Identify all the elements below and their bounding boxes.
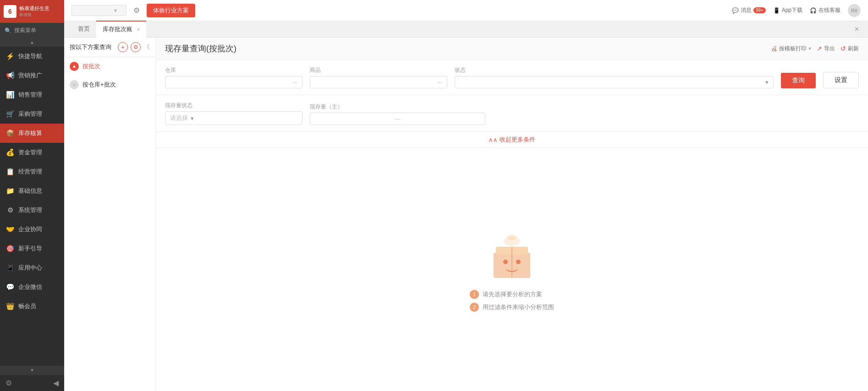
filter-collapse-button[interactable]: 《 [143,43,150,51]
filter-settings-icon: ⚙ [133,44,138,50]
tab-close-icon[interactable]: × [137,27,140,32]
sidebar-bottom: ⚙ ◀ [0,375,64,391]
export-icon: ↗ [817,45,822,52]
collapse-more-button[interactable]: ∧∧ 收起更多条件 [156,132,868,148]
warehouse-input[interactable]: ··· [165,76,302,88]
tab-bar-close-icon[interactable]: × [853,23,861,35]
filter-settings-button[interactable]: ⚙ [131,42,141,52]
sidebar-scroll-up[interactable]: ▲ [0,38,64,47]
filter-item-by-batch[interactable]: ● 按批次 [64,57,155,76]
sidebar-title: 畅康通好生意 [19,5,49,11]
sidebar-item-label: 系统管理 [18,206,42,214]
stock-qty-label: 现存量（主） [310,103,485,111]
current-tab-label: 库存批次账 [103,25,132,33]
status-select[interactable]: ▾ [455,76,774,88]
hint-text-2: 用过滤条件来缩小分析范围 [483,303,554,311]
filter-row-2: 现存量状态 请选择 ▾ 现存量（主） — [156,95,868,132]
page-title: 现存量查询(按批次) [165,43,236,54]
stock-qty-to-input[interactable] [403,115,480,122]
experience-button[interactable]: 体验行业方案 [147,4,195,17]
hint-num-2: 2 [470,303,479,312]
product-field-group: 商品 ··· [310,66,447,88]
filter-item-by-warehouse-batch[interactable]: ○ 按仓库+批次 [64,76,155,94]
sidebar-item-label: 畅会员 [18,302,36,310]
empty-state: 1 请先选择要分析的方案 2 用过滤条件来缩小分析范围 [156,148,868,391]
sidebar-item-member[interactable]: 👑 畅会员 [0,297,64,316]
sidebar-item-label: 销售管理 [18,91,42,99]
sidebar-item-system[interactable]: ⚙ 系统管理 [0,201,64,220]
hint-text-1: 请先选择要分析的方案 [483,290,542,299]
product-input[interactable]: ··· [310,76,447,88]
chevron-down-icon: ▾ [114,7,117,14]
search-icon: 🔍 [5,27,11,34]
svg-point-4 [516,260,521,264]
appstore-icon: 📱 [5,264,15,272]
customer-service-button[interactable]: 🎧 在线客服 [810,6,841,14]
query-button[interactable]: 查询 [781,73,816,88]
status-chevron-icon: ▾ [765,79,769,86]
stock-status-label: 现存量状态 [165,102,302,109]
sidebar-item-quick-nav[interactable]: ⚡ 快捷导航 [0,47,64,66]
sidebar-search[interactable]: 🔍 搜索菜单 [0,23,64,38]
sidebar-item-guide[interactable]: 🎯 新手引导 [0,239,64,258]
warehouse-more-icon[interactable]: ··· [292,79,297,86]
print-dropdown-icon[interactable]: ▾ [808,45,811,52]
topbar-left: ▾ ⚙ 体验行业方案 [71,4,726,17]
workspace-dropdown[interactable]: ▾ [71,5,126,16]
sidebar-item-inventory[interactable]: 📦 库存核算 [0,124,64,143]
inventory-icon: 📦 [5,129,15,137]
user-profile-button[interactable]: Rit [848,4,861,17]
sidebar-collapse-icon[interactable]: ◀ [53,379,59,387]
sidebar-settings-icon[interactable]: ⚙ [5,379,12,387]
export-button[interactable]: ↗ 导出 [817,45,835,53]
topbar-gear-icon[interactable]: ⚙ [130,4,143,17]
sidebar-item-label: 企业协同 [18,225,42,234]
print-button[interactable]: 🖨 按模板打印 ▾ [771,45,811,53]
filter-add-button[interactable]: + [118,42,128,52]
filter-item-icon-red: ● [70,62,79,71]
filter-row-1: 仓库 ··· 商品 ··· 状态 [156,60,868,95]
sidebar-item-enterprise[interactable]: 🤝 企业协同 [0,220,64,239]
sidebar-scroll-down[interactable]: ▼ [0,366,64,375]
sidebar-item-label: 资金管理 [18,148,42,157]
stock-qty-input[interactable]: — [310,113,485,125]
sidebar-item-basic-info[interactable]: 📁 基础信息 [0,181,64,201]
sidebar-item-label: 采购管理 [18,110,42,118]
topbar: ▾ ⚙ 体验行业方案 💬 消息 99+ 📱 App下载 🎧 在线客服 Rit [64,0,868,21]
message-button[interactable]: 💬 消息 99+ [732,6,766,14]
sidebar-item-purchase[interactable]: 🛒 采购管理 [0,104,64,124]
sidebar-item-label: 经营管理 [18,168,42,176]
empty-illustration [484,228,539,282]
print-label: 按模板打印 [779,45,807,53]
app-download-button[interactable]: 📱 App下载 [773,6,802,14]
topbar-right: 💬 消息 99+ 📱 App下载 🎧 在线客服 Rit [732,4,861,17]
stock-status-select[interactable]: 请选择 ▾ [165,111,302,125]
settings-button[interactable]: 设置 [823,72,859,88]
sidebar-item-wechat[interactable]: 💬 企业微信 [0,277,64,297]
tab-home[interactable]: 首页 [71,21,96,38]
marketing-icon: 📢 [5,71,15,80]
stock-qty-from-input[interactable] [315,115,392,122]
home-tab-label: 首页 [78,25,90,33]
avatar: Rit [848,4,861,17]
member-icon: 👑 [5,302,15,310]
product-more-icon[interactable]: ··· [437,79,442,86]
refresh-button[interactable]: ↺ 刷新 [841,45,859,53]
enterprise-icon: 🤝 [5,225,15,234]
sidebar-item-sales[interactable]: 📊 销售管理 [0,85,64,104]
sidebar-item-appstore[interactable]: 📱 应用中心 [0,258,64,277]
empty-hints: 1 请先选择要分析的方案 2 用过滤条件来缩小分析范围 [470,290,554,312]
message-icon: 💬 [732,7,739,14]
sidebar-item-label: 营销推广 [18,71,42,80]
sidebar-item-finance[interactable]: 💰 资金管理 [0,143,64,162]
sidebar-item-label: 应用中心 [18,264,42,272]
sidebar-item-label: 基础信息 [18,187,42,195]
sidebar-item-marketing[interactable]: 📢 营销推广 [0,66,64,85]
hint-num-1: 1 [470,290,479,299]
collapse-more-label: 收起更多条件 [500,136,535,144]
tab-inventory-batch[interactable]: 库存批次账 × [96,21,146,38]
page-title-actions: 🖨 按模板打印 ▾ ↗ 导出 ↺ 刷新 [771,45,859,53]
sidebar-item-operations[interactable]: 📋 经营管理 [0,162,64,181]
sidebar-version: 标准版 [19,12,49,18]
filter-item-icon-gray: ○ [70,80,79,89]
